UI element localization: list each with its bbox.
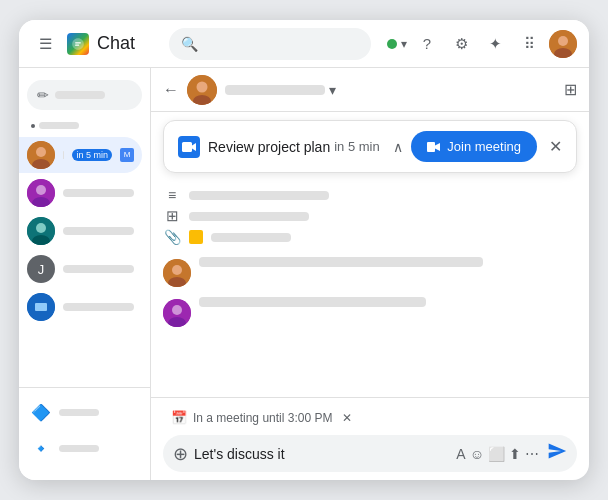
- meet-label: [59, 445, 99, 452]
- status-chevron: ▾: [401, 37, 407, 51]
- sidebar-item-4[interactable]: J: [19, 251, 142, 287]
- meeting-banner-text: Review project plan in 5 min: [208, 139, 385, 155]
- drive-icon: 🔷: [31, 403, 51, 422]
- svg-point-1: [558, 36, 568, 46]
- svg-point-15: [197, 81, 208, 92]
- message-input[interactable]: [194, 446, 450, 462]
- sidebar-avatar-4: J: [27, 255, 55, 283]
- attachment-text-3: [211, 233, 291, 242]
- message-content-1: [199, 257, 577, 271]
- join-meeting-button[interactable]: Join meeting: [411, 131, 537, 162]
- add-button[interactable]: ✦: [481, 30, 509, 58]
- sidebar-name-3: [63, 227, 134, 235]
- search-icon: 🔍: [181, 36, 198, 52]
- sidebar-avatar-5: [27, 293, 55, 321]
- format-button[interactable]: A: [456, 446, 465, 462]
- svg-rect-13: [35, 303, 47, 311]
- hamburger-icon[interactable]: ☰: [31, 30, 59, 58]
- attachment-text-2: [189, 212, 309, 221]
- message-text-2: [199, 297, 426, 307]
- sidebar-meet-icon-1: M: [120, 148, 134, 162]
- meeting-expand-icon[interactable]: ∧: [393, 139, 403, 155]
- message-avatar-1: [163, 259, 191, 287]
- sidebar-bottom-icons: 🔷 🔹: [19, 387, 150, 472]
- sidebar-drive-button[interactable]: 🔷: [19, 396, 150, 428]
- meeting-banner-icon: [178, 136, 200, 158]
- message-text-1: [199, 257, 483, 267]
- section-label: [39, 122, 79, 129]
- clip-icon: 📎: [163, 229, 181, 245]
- sidebar-avatar-2: [27, 179, 55, 207]
- sidebar-name-5: [63, 303, 134, 311]
- sidebar-item-3[interactable]: [19, 213, 142, 249]
- new-chat-icon: ✏: [37, 87, 49, 103]
- user-avatar[interactable]: [549, 30, 577, 58]
- meet-icon: 🔹: [31, 439, 51, 458]
- chat-messages: ≡ ⊞ 📎: [151, 173, 589, 397]
- message-row-2: [163, 297, 577, 327]
- sidebar-items: in 5 min M: [19, 137, 150, 325]
- meeting-indicator-close-button[interactable]: ✕: [342, 411, 352, 425]
- chat-area: ← ▾ ⊞ Review proj: [151, 68, 589, 480]
- attachment-row-3: 📎: [163, 227, 577, 247]
- chat-header-avatar: [187, 75, 217, 105]
- sidebar-name-1: [63, 151, 64, 159]
- attach-button[interactable]: ⬜: [488, 446, 505, 462]
- sidebar-meet-button[interactable]: 🔹: [19, 432, 150, 464]
- svg-point-7: [36, 185, 46, 195]
- chat-contact-name: [225, 85, 325, 95]
- main-content: ✏ in 5 min M: [19, 68, 589, 480]
- back-button[interactable]: ←: [163, 81, 179, 99]
- new-chat-button[interactable]: ✏: [27, 80, 142, 110]
- search-bar[interactable]: 🔍: [169, 28, 371, 60]
- add-attachment-button[interactable]: ⊕: [173, 443, 188, 465]
- meeting-indicator: 📅 In a meeting until 3:00 PM ✕: [163, 406, 577, 429]
- svg-point-4: [36, 147, 46, 157]
- app-window: ☰ Chat 🔍 ▾ ? ⚙ ✦ ⠿: [19, 20, 589, 480]
- video-call-button[interactable]: ⊞: [564, 80, 577, 99]
- new-chat-label: [55, 91, 105, 99]
- chat-input-container: 📅 In a meeting until 3:00 PM ✕ ⊕ A ☺ ⬜ ⬆…: [151, 397, 589, 480]
- settings-button[interactable]: ⚙: [447, 30, 475, 58]
- more-options-button[interactable]: ⋯: [525, 446, 539, 462]
- svg-point-10: [36, 223, 46, 233]
- sidebar-item-5[interactable]: [19, 289, 142, 325]
- sidebar-name-4: [63, 265, 134, 273]
- sidebar-name-2: [63, 189, 134, 197]
- input-actions: A ☺ ⬜ ⬆ ⋯: [456, 446, 539, 462]
- attachment-color-box: [189, 230, 203, 244]
- top-bar: ☰ Chat 🔍 ▾ ? ⚙ ✦ ⠿: [19, 20, 589, 68]
- attachment-row-2: ⊞: [163, 205, 577, 227]
- chat-header: ← ▾ ⊞: [151, 68, 589, 112]
- svg-rect-17: [182, 142, 192, 152]
- chat-header-chevron-icon[interactable]: ▾: [329, 82, 336, 98]
- banner-close-button[interactable]: ✕: [549, 137, 562, 156]
- list-icon: ≡: [163, 187, 181, 203]
- help-button[interactable]: ?: [413, 30, 441, 58]
- sidebar-badge-1: in 5 min: [72, 149, 112, 161]
- sidebar-avatar-3: [27, 217, 55, 245]
- upload-button[interactable]: ⬆: [509, 446, 521, 462]
- top-bar-actions: ▾ ? ⚙ ✦ ⠿: [387, 30, 577, 58]
- join-meeting-label: Join meeting: [447, 139, 521, 154]
- emoji-button[interactable]: ☺: [470, 446, 484, 462]
- app-title: Chat: [97, 33, 135, 54]
- status-indicator[interactable]: ▾: [387, 37, 407, 51]
- sidebar-avatar-1: [27, 141, 55, 169]
- chat-header-name-container: ▾: [225, 82, 556, 98]
- message-content-2: [199, 297, 577, 311]
- send-button[interactable]: [547, 441, 567, 466]
- section-dot: [31, 124, 35, 128]
- meeting-time: in 5 min: [334, 139, 380, 154]
- sidebar-item-1[interactable]: in 5 min M: [19, 137, 142, 173]
- attachment-row-1: ≡: [163, 185, 577, 205]
- apps-button[interactable]: ⠿: [515, 30, 543, 58]
- message-row-1: [163, 257, 577, 287]
- sidebar-item-2[interactable]: [19, 175, 142, 211]
- svg-rect-18: [427, 142, 435, 152]
- table-icon: ⊞: [163, 207, 181, 225]
- sidebar-section-header: [19, 118, 150, 133]
- input-row: ⊕ A ☺ ⬜ ⬆ ⋯: [163, 435, 577, 472]
- status-dot: [387, 39, 397, 49]
- drive-label: [59, 409, 99, 416]
